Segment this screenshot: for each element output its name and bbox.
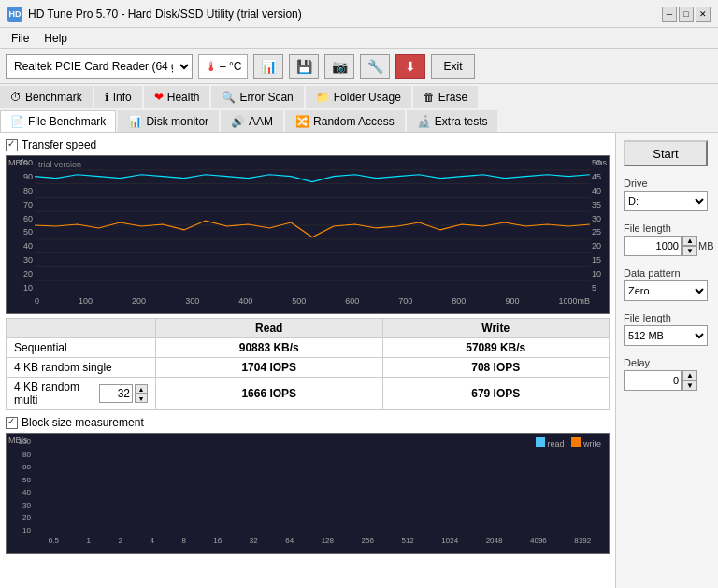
threads-decrement-button[interactable]: ▼ [135, 394, 148, 403]
file-benchmark-tab-icon: 📄 [10, 115, 24, 128]
drive-label: Drive [624, 178, 711, 189]
data-pattern-control: Data pattern Zero [624, 264, 711, 301]
table-row: 4 KB random multi ▲ ▼ 1666 IOPS 679 IOPS [7, 378, 610, 410]
sequential-write: 57089 KB/s [382, 338, 610, 358]
sequential-read: 90883 KB/s [156, 338, 383, 358]
tabs-row-2: 📄 File Benchmark 📊 Disk monitor 🔊 AAM 🔀 … [0, 108, 718, 133]
temperature-display: 🌡 – °C [198, 54, 248, 79]
title-bar: HD HD Tune Pro 5.70 - Hard Disk/SSD Util… [0, 0, 718, 28]
block-y-labels: 10080605040302010 [7, 437, 33, 535]
folder-usage-tab-icon: 📁 [316, 91, 330, 104]
main-content: Transfer speed MB/s ms trial version 100… [0, 133, 718, 588]
health-tab-icon: ❤ [154, 91, 164, 104]
app-icon: HD [7, 7, 22, 22]
tab-health[interactable]: ❤ Health [144, 86, 210, 108]
tab-erase[interactable]: 🗑 Erase [413, 86, 478, 108]
toolbar: Realtek PCIE Card Reader (64 gB) 🌡 – °C … [0, 49, 718, 84]
tab-benchmark[interactable]: ⏱ Benchmark [0, 86, 93, 108]
tabs-row-1: ⏱ Benchmark ℹ Info ❤ Health 🔍 Error Scan… [0, 84, 718, 108]
delay-spinner: ▲ ▼ [682, 370, 697, 391]
block-size-label: Block size measurement [22, 416, 144, 429]
benchmark-tab-icon: ⏱ [10, 91, 22, 104]
delay-control: Delay ▲ ▼ [624, 353, 711, 391]
results-table: Read Write Sequential 90883 KB/s 57089 K… [6, 318, 610, 410]
transfer-speed-header: Transfer speed [6, 138, 610, 151]
menu-file[interactable]: File [4, 30, 36, 47]
random-access-tab-icon: 🔀 [295, 115, 309, 128]
sequential-label: Sequential [7, 338, 156, 358]
transfer-speed-label: Transfer speed [22, 138, 96, 151]
random-single-read: 1704 IOPS [156, 358, 383, 378]
tab-folder-usage[interactable]: 📁 Folder Usage [306, 86, 411, 108]
table-row: 4 KB random single 1704 IOPS 708 IOPS [7, 358, 610, 378]
close-button[interactable]: ✕ [696, 7, 711, 22]
drive-dropdown[interactable]: D: [624, 191, 708, 211]
sidebar: Start Drive D: File length ▲ ▼ MB Data p… [615, 133, 718, 588]
drive-selector[interactable]: Realtek PCIE Card Reader (64 gB) [6, 54, 193, 79]
block-size-checkbox[interactable] [6, 417, 18, 429]
tab-extra-tests[interactable]: 🔬 Extra tests [407, 110, 498, 132]
error-scan-tab-icon: 🔍 [222, 91, 236, 104]
delay-decrement[interactable]: ▼ [682, 380, 697, 391]
thermometer-icon: 🌡 [205, 59, 218, 74]
tab-aam[interactable]: 🔊 AAM [221, 110, 283, 132]
block-size-section: Block size measurement MB/s read write 1… [6, 416, 610, 554]
delay-increment[interactable]: ▲ [682, 370, 697, 380]
chart-y-labels-left: 100908070605040302010 [7, 156, 35, 294]
minimize-button[interactable]: ─ [662, 7, 677, 22]
benchmark-icon-btn[interactable]: 📊 [253, 54, 283, 79]
menu-bar: File Help [0, 28, 718, 49]
file-length-control: File length ▲ ▼ MB [624, 219, 711, 256]
block-size-chart: MB/s read write 10080605040302010 0.5124… [6, 433, 610, 554]
file-length-unit: MB [698, 240, 714, 251]
tab-info[interactable]: ℹ Info [94, 86, 142, 108]
delay-input[interactable] [624, 370, 682, 391]
tab-error-scan[interactable]: 🔍 Error Scan [211, 86, 303, 108]
tab-disk-monitor[interactable]: 📊 Disk monitor [118, 110, 219, 132]
screenshot-icon-btn[interactable]: 📷 [324, 54, 354, 79]
random-multi-write: 679 IOPS [382, 378, 610, 410]
delay-label: Delay [624, 357, 711, 368]
tab-file-benchmark[interactable]: 📄 File Benchmark [0, 110, 116, 132]
aam-tab-icon: 🔊 [231, 115, 245, 128]
tab-random-access[interactable]: 🔀 Random Access [285, 110, 405, 132]
data-pattern-label: Data pattern [624, 267, 711, 279]
file-length-decrement[interactable]: ▼ [682, 246, 697, 256]
transfer-speed-checkbox[interactable] [6, 139, 18, 151]
multi-threads-input[interactable] [99, 384, 133, 403]
table-header-write: Write [382, 319, 610, 338]
file-length-input[interactable] [624, 236, 682, 256]
extra-tests-tab-icon: 🔬 [417, 115, 431, 128]
transfer-speed-chart: MB/s ms trial version 100908070605040302… [6, 155, 610, 314]
erase-tab-icon: 🗑 [424, 91, 435, 104]
random-single-label: 4 KB random single [7, 358, 156, 378]
block-size-header: Block size measurement [6, 416, 610, 429]
file-length-increment[interactable]: ▲ [682, 236, 697, 246]
info-tab-icon: ℹ [105, 91, 109, 104]
threads-increment-button[interactable]: ▲ [135, 384, 148, 394]
start-button[interactable]: Start [624, 140, 708, 166]
maximize-button[interactable]: □ [679, 7, 694, 22]
data-pattern-dropdown[interactable]: Zero [624, 280, 708, 301]
block-bars-area [35, 437, 605, 535]
window-title: HD Tune Pro 5.70 - Hard Disk/SSD Utility… [28, 7, 302, 21]
disk-monitor-tab-icon: 📊 [128, 115, 142, 128]
content-area: Transfer speed MB/s ms trial version 100… [0, 133, 615, 588]
random-multi-read: 1666 IOPS [156, 378, 383, 410]
file-length-label: File length [624, 222, 711, 234]
file-length-2-dropdown[interactable]: 512 MB [624, 325, 708, 346]
chart-svg-area [35, 156, 590, 294]
file-length-2-label: File length [624, 312, 711, 323]
save-icon-btn[interactable]: 💾 [289, 54, 319, 79]
chart-x-labels: 01002003004005006007008009001000mB [35, 294, 590, 313]
settings-icon-btn[interactable]: 🔧 [360, 54, 390, 79]
window-controls: ─ □ ✕ [662, 7, 711, 22]
chart-y-labels-right: 5045403530252015105 [590, 156, 609, 294]
exit-button[interactable]: Exit [431, 54, 474, 79]
menu-help[interactable]: Help [36, 30, 75, 47]
table-header-read: Read [156, 319, 383, 338]
drive-control: Drive D: [624, 174, 711, 211]
table-header-label [7, 319, 156, 338]
random-multi-label: 4 KB random multi ▲ ▼ [7, 378, 156, 410]
download-icon-btn[interactable]: ⬇ [395, 54, 425, 79]
